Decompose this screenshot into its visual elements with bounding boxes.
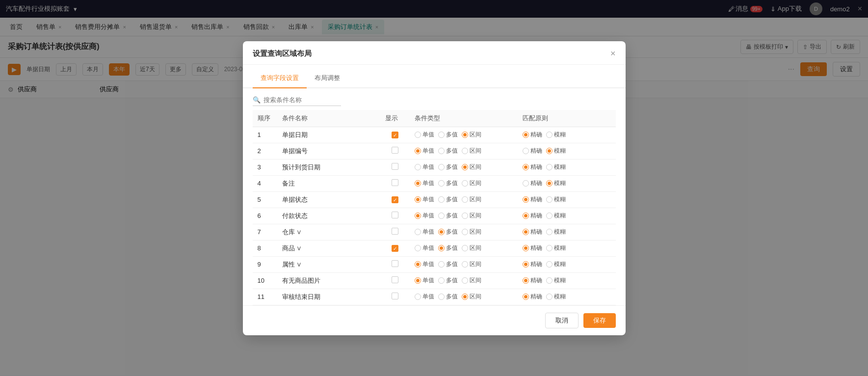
radio-match-精确-6[interactable]: 精确 bbox=[523, 212, 542, 220]
modal-tab-layout-label: 布局调整 bbox=[315, 74, 340, 81]
radio-match-精确-7[interactable]: 精确 bbox=[523, 228, 542, 236]
radio-type-单值-11[interactable]: 单值 bbox=[415, 293, 434, 301]
checkbox-9[interactable] bbox=[392, 260, 398, 267]
checkbox-7[interactable] bbox=[392, 228, 398, 235]
radio-type-多值-7[interactable]: 多值 bbox=[438, 228, 458, 236]
radio-match-精确-3[interactable]: 精确 bbox=[523, 163, 542, 171]
radio-match-模糊-1[interactable]: 模糊 bbox=[546, 131, 566, 139]
row-display-9[interactable] bbox=[380, 256, 410, 272]
radio-type-多值-5[interactable]: 多值 bbox=[438, 195, 458, 204]
radio-type-多值-2[interactable]: 多值 bbox=[438, 147, 458, 155]
checkbox-8[interactable] bbox=[392, 245, 398, 252]
radio-type-多值-4[interactable]: 多值 bbox=[438, 179, 458, 188]
row-name-1: 单据日期 bbox=[277, 127, 380, 143]
row-match-10: 精确模糊 bbox=[518, 272, 616, 289]
radio-match-模糊-10[interactable]: 模糊 bbox=[546, 276, 566, 285]
table-row: 7仓库 ∨单值多值区间精确模糊 bbox=[253, 224, 616, 240]
radio-type-区间-10[interactable]: 区间 bbox=[462, 276, 481, 285]
radio-type-多值-11[interactable]: 多值 bbox=[438, 293, 458, 301]
radio-type-多值-1[interactable]: 多值 bbox=[438, 131, 458, 139]
row-display-2[interactable] bbox=[380, 143, 410, 159]
row-display-6[interactable] bbox=[380, 208, 410, 224]
radio-match-精确-9[interactable]: 精确 bbox=[523, 260, 542, 269]
row-display-10[interactable] bbox=[380, 272, 410, 289]
save-btn[interactable]: 保存 bbox=[583, 313, 616, 328]
checkbox-4[interactable] bbox=[392, 179, 398, 186]
row-order-3: 3 bbox=[253, 159, 277, 175]
radio-type-多值-9[interactable]: 多值 bbox=[438, 260, 458, 269]
radio-match-模糊-6[interactable]: 模糊 bbox=[546, 212, 566, 220]
radio-type-单值-3[interactable]: 单值 bbox=[415, 163, 434, 171]
radio-match-精确-5[interactable]: 精确 bbox=[523, 195, 542, 204]
radio-type-区间-3[interactable]: 区间 bbox=[462, 163, 481, 171]
row-display-4[interactable] bbox=[380, 175, 410, 191]
modal-tab-query-fields[interactable]: 查询字段设置 bbox=[253, 71, 307, 88]
radio-type-单值-1[interactable]: 单值 bbox=[415, 131, 434, 139]
radio-type-单值-2[interactable]: 单值 bbox=[415, 147, 434, 155]
checkbox-11[interactable] bbox=[392, 293, 398, 299]
checkbox-1[interactable] bbox=[392, 132, 398, 138]
modal-tab-layout[interactable]: 布局调整 bbox=[307, 71, 348, 88]
radio-type-单值-10[interactable]: 单值 bbox=[415, 276, 434, 285]
checkbox-10[interactable] bbox=[392, 276, 398, 283]
radio-type-区间-9[interactable]: 区间 bbox=[462, 260, 481, 269]
row-display-8[interactable] bbox=[380, 240, 410, 256]
row-type-2: 单值多值区间 bbox=[410, 143, 518, 159]
radio-type-区间-2[interactable]: 区间 bbox=[462, 147, 481, 155]
modal-close-btn[interactable]: × bbox=[610, 49, 616, 58]
radio-type-区间-11[interactable]: 区间 bbox=[462, 293, 481, 301]
row-type-4: 单值多值区间 bbox=[410, 175, 518, 191]
table-header-row-modal: 顺序 条件名称 显示 条件类型 匹配原则 bbox=[253, 110, 616, 127]
radio-type-区间-5[interactable]: 区间 bbox=[462, 195, 481, 204]
row-type-8: 单值多值区间 bbox=[410, 240, 518, 256]
conditions-table: 顺序 条件名称 显示 条件类型 匹配原则 1单据日期单值多值区间精确模糊2单据编… bbox=[253, 110, 616, 305]
radio-type-单值-9[interactable]: 单值 bbox=[415, 260, 434, 269]
row-order-9: 9 bbox=[253, 256, 277, 272]
checkbox-5[interactable] bbox=[392, 196, 398, 203]
row-display-3[interactable] bbox=[380, 159, 410, 175]
radio-type-单值-4[interactable]: 单值 bbox=[415, 179, 434, 188]
row-order-2: 2 bbox=[253, 143, 277, 159]
radio-match-模糊-7[interactable]: 模糊 bbox=[546, 228, 566, 236]
radio-match-模糊-2[interactable]: 模糊 bbox=[546, 147, 566, 155]
radio-match-精确-11[interactable]: 精确 bbox=[523, 293, 542, 301]
radio-type-多值-6[interactable]: 多值 bbox=[438, 212, 458, 220]
checkbox-6[interactable] bbox=[392, 212, 398, 218]
row-type-6: 单值多值区间 bbox=[410, 208, 518, 224]
radio-match-精确-10[interactable]: 精确 bbox=[523, 276, 542, 285]
row-match-5: 精确模糊 bbox=[518, 191, 616, 208]
radio-match-模糊-9[interactable]: 模糊 bbox=[546, 260, 566, 269]
row-type-7: 单值多值区间 bbox=[410, 224, 518, 240]
radio-match-精确-2[interactable]: 精确 bbox=[523, 147, 542, 155]
radio-type-单值-7[interactable]: 单值 bbox=[415, 228, 434, 236]
radio-type-区间-7[interactable]: 区间 bbox=[462, 228, 481, 236]
radio-match-模糊-5[interactable]: 模糊 bbox=[546, 195, 566, 204]
checkbox-3[interactable] bbox=[392, 163, 398, 170]
checkbox-2[interactable] bbox=[392, 147, 398, 154]
cancel-btn[interactable]: 取消 bbox=[545, 313, 579, 328]
radio-type-多值-8[interactable]: 多值 bbox=[438, 244, 458, 252]
radio-match-精确-8[interactable]: 精确 bbox=[523, 244, 542, 252]
row-match-1: 精确模糊 bbox=[518, 127, 616, 143]
radio-type-区间-6[interactable]: 区间 bbox=[462, 212, 481, 220]
radio-type-区间-1[interactable]: 区间 bbox=[462, 131, 481, 139]
radio-match-模糊-8[interactable]: 模糊 bbox=[546, 244, 566, 252]
radio-match-精确-4[interactable]: 精确 bbox=[523, 179, 542, 188]
radio-match-模糊-4[interactable]: 模糊 bbox=[546, 179, 566, 188]
radio-type-单值-6[interactable]: 单值 bbox=[415, 212, 434, 220]
search-input[interactable] bbox=[263, 96, 332, 104]
row-display-7[interactable] bbox=[380, 224, 410, 240]
radio-match-精确-1[interactable]: 精确 bbox=[523, 131, 542, 139]
radio-type-单值-8[interactable]: 单值 bbox=[415, 244, 434, 252]
row-display-5[interactable] bbox=[380, 191, 410, 208]
radio-match-模糊-3[interactable]: 模糊 bbox=[546, 163, 566, 171]
row-display-1[interactable] bbox=[380, 127, 410, 143]
radio-type-单值-5[interactable]: 单值 bbox=[415, 195, 434, 204]
radio-type-区间-4[interactable]: 区间 bbox=[462, 179, 481, 188]
radio-match-模糊-11[interactable]: 模糊 bbox=[546, 293, 566, 301]
radio-type-多值-3[interactable]: 多值 bbox=[438, 163, 458, 171]
radio-type-多值-10[interactable]: 多值 bbox=[438, 276, 458, 285]
radio-type-区间-8[interactable]: 区间 bbox=[462, 244, 481, 252]
row-display-11[interactable] bbox=[380, 289, 410, 305]
row-name-10: 有无商品图片 bbox=[277, 272, 380, 289]
